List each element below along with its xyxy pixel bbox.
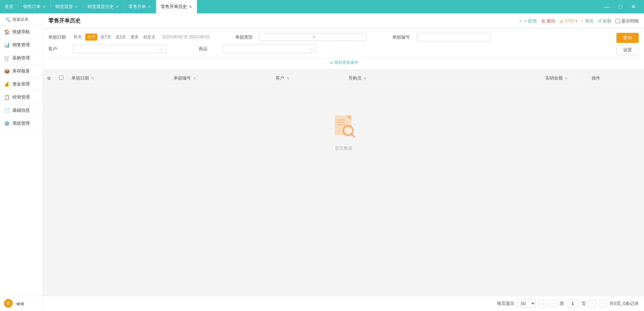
- th-customer: 客户 ⇅: [271, 72, 344, 84]
- date-btn-1month[interactable]: 近1月: [114, 34, 128, 41]
- amount-sort-icon[interactable]: ⇅: [565, 76, 567, 80]
- page-last-btn[interactable]: »: [599, 300, 607, 307]
- sidebar-item-purchase[interactable]: 🛒 采购管理: [0, 52, 43, 65]
- sidebar-item-quicknav[interactable]: 🏠 快捷导航: [0, 25, 43, 39]
- th-number: 单据编号 ⇅: [169, 72, 271, 84]
- sidebar-item-basic-info-label: 基础信息: [12, 107, 30, 113]
- number-sort-icon[interactable]: ⇅: [193, 76, 196, 80]
- window-maximize-btn[interactable]: □: [616, 3, 625, 10]
- window-close-btn[interactable]: ✕: [628, 3, 639, 10]
- empty-illustration: [329, 111, 359, 141]
- tab-retail-history[interactable]: 零售开单历史 ✕: [156, 0, 197, 13]
- print-dropdown-icon: ▾: [575, 18, 578, 23]
- table-settings-icon[interactable]: ⚙: [47, 76, 51, 81]
- customer-dots-icon[interactable]: ···: [159, 46, 163, 52]
- number-input[interactable]: [416, 33, 490, 41]
- tab-home[interactable]: 首页: [0, 0, 18, 13]
- sidebar-item-finance[interactable]: 💰 资金管理: [0, 78, 43, 91]
- inventory-icon: 📦: [4, 68, 10, 74]
- settings-button[interactable]: 设置: [616, 45, 639, 55]
- tab-sales-order-close[interactable]: ✕: [43, 5, 46, 9]
- sidebar-gear-button[interactable]: ⚙: [4, 299, 13, 308]
- date-btn-more[interactable]: 更多: [129, 34, 140, 41]
- top-tab-bar: 首页 销售订单 ✕ 销货退货 ✕ 销货退货历史 ✕ 零售开单 ✕ 零售开单历史 …: [0, 0, 644, 13]
- sidebar-item-operations-label: 经营管理: [12, 94, 30, 100]
- tab-retail-open-close[interactable]: ✕: [148, 5, 151, 9]
- data-table: ⚙ 单据日期 ⇅ 单据编号 ⇅: [43, 72, 644, 178]
- th-ops: 操作: [588, 72, 644, 84]
- display-detail-input[interactable]: [615, 19, 620, 23]
- sidebar-collapse-button[interactable]: ◀◀: [15, 300, 23, 307]
- date-btn-today[interactable]: 今天: [85, 34, 97, 41]
- sidebar-item-operations[interactable]: 📋 经营管理: [0, 91, 43, 104]
- date-label: 单据日期: [48, 34, 67, 40]
- quicknav-icon: 🏠: [4, 29, 10, 35]
- content-area: 零售开单历史 ＋ + 新增 🗑 删除 🖨 打印 ▾ ↑ 导出: [43, 13, 644, 311]
- query-button[interactable]: 查询: [616, 33, 639, 43]
- per-page-label: 每页显示: [497, 301, 514, 307]
- customer-input-wrapper[interactable]: ···: [72, 45, 166, 53]
- sidebar-item-quicknav-label: 快捷导航: [12, 29, 30, 35]
- collapse-up-icon: ∧: [330, 60, 333, 65]
- sidebar-item-basic-info[interactable]: 📄 基础信息: [0, 104, 43, 117]
- window-minimize-btn[interactable]: —: [601, 3, 612, 10]
- svg-line-8: [351, 134, 354, 137]
- page-summary: 共0页, 0条记录: [609, 301, 639, 307]
- sidebar-item-inventory[interactable]: 📦 库存核算: [0, 65, 43, 78]
- collapse-filter-btn[interactable]: ∧ 收起更多条件: [48, 58, 639, 67]
- page-prev-btn[interactable]: ‹: [550, 300, 557, 307]
- tab-sales-order-label: 销售订单: [23, 4, 41, 10]
- tab-home-label: 首页: [5, 4, 13, 10]
- tab-return-history-close[interactable]: ✕: [116, 5, 119, 9]
- tab-retail-history-close[interactable]: ✕: [189, 5, 192, 9]
- date-range-display: 2023-06-02 至 2023-06-02: [162, 34, 209, 40]
- export-icon: ↑: [582, 18, 584, 23]
- export-button[interactable]: ↑ 导出: [582, 18, 594, 24]
- tab-sales-order[interactable]: 销售订单 ✕: [18, 0, 51, 13]
- page-first-btn[interactable]: «: [539, 300, 547, 307]
- delete-button[interactable]: 🗑 删除: [541, 18, 555, 24]
- filter-dates: 昨天 今天 近7天 近1月 更多 自定义: [72, 34, 157, 41]
- add-button[interactable]: ＋ + 新增: [518, 18, 537, 24]
- tab-retail-open[interactable]: 零售开单 ✕: [124, 0, 156, 13]
- date-btn-7days[interactable]: 近7天: [99, 34, 112, 41]
- date-btn-custom[interactable]: 自定义: [142, 34, 157, 41]
- empty-text: 暂无数据: [335, 145, 352, 151]
- date-sort-icon[interactable]: ⇅: [91, 76, 94, 80]
- empty-state: 暂无数据: [43, 84, 644, 178]
- per-page-select[interactable]: 50 100 200: [517, 299, 536, 308]
- goods-input-wrapper[interactable]: ···: [223, 45, 317, 53]
- guide-sort-icon[interactable]: ⇅: [363, 76, 366, 80]
- th-date: 单据日期 ⇅: [67, 72, 169, 84]
- customer-sort-icon[interactable]: ⇅: [287, 76, 289, 80]
- page-number-input[interactable]: [567, 300, 579, 307]
- th-settings: ⚙: [43, 72, 55, 84]
- print-button[interactable]: 🖨 打印 ▾: [559, 18, 578, 24]
- sidebar-bottom: ⚙ ◀◀: [0, 295, 43, 311]
- page-header: 零售开单历史 ＋ + 新增 🗑 删除 🖨 打印 ▾ ↑ 导出: [43, 13, 644, 29]
- sidebar-item-sales[interactable]: 📊 销售管理: [0, 39, 43, 52]
- tab-return-history[interactable]: 销货退货历史 ✕: [83, 0, 124, 13]
- refresh-button[interactable]: ↺ 刷新: [598, 18, 611, 24]
- page-next-btn[interactable]: ›: [589, 300, 596, 307]
- display-detail-checkbox[interactable]: 显示明细: [615, 18, 639, 24]
- svg-rect-3: [337, 124, 345, 125]
- search-icon: 🔍: [5, 17, 10, 22]
- goods-dots-icon[interactable]: ···: [310, 46, 314, 52]
- table-body: 暂无数据: [43, 84, 644, 178]
- sidebar-item-system[interactable]: ⚙️ 系统管理: [0, 117, 43, 130]
- date-btn-yesterday[interactable]: 昨天: [72, 34, 83, 41]
- select-all-checkbox[interactable]: [59, 75, 63, 80]
- svg-rect-2: [337, 122, 344, 123]
- th-guide: 导购员 ⇅: [344, 72, 432, 84]
- tab-retail-history-label: 零售开单历史: [161, 4, 187, 10]
- type-label: 单据类型: [235, 34, 254, 40]
- svg-point-7: [345, 128, 351, 134]
- finance-icon: 💰: [4, 82, 10, 87]
- tab-return-close[interactable]: ✕: [75, 5, 78, 9]
- tab-list: 首页 销售订单 ✕ 销货退货 ✕ 销货退货历史 ✕ 零售开单 ✕ 零售开单历史 …: [0, 0, 601, 13]
- sidebar-search[interactable]: 🔍 搜索采单: [0, 13, 43, 25]
- tab-return[interactable]: 销货退货 ✕: [51, 0, 83, 13]
- sidebar-item-inventory-label: 库存核算: [12, 68, 30, 74]
- type-select[interactable]: ▾: [259, 33, 367, 41]
